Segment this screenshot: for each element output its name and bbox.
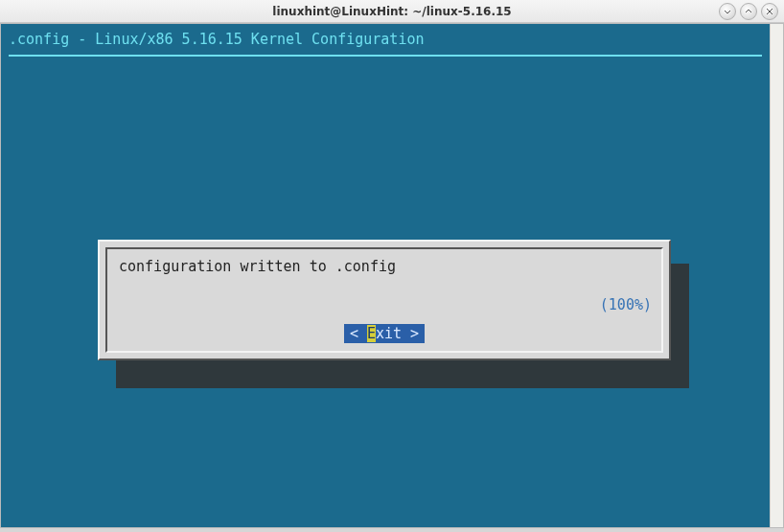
exit-button-rest: xit > — [376, 325, 419, 342]
window-titlebar: linuxhint@LinuxHint: ~/linux-5.16.15 — [0, 0, 784, 23]
config-header: .config - Linux/x86 5.16.15 Kernel Confi… — [1, 24, 770, 51]
terminal-scrollbar[interactable] — [770, 24, 783, 527]
dialog-inner: configuration written to .config (100%) … — [105, 247, 663, 353]
config-header-rule — [9, 55, 762, 57]
exit-button-prefix: < — [350, 325, 367, 342]
dialog-progress: (100%) — [107, 295, 661, 318]
minimize-button[interactable] — [719, 3, 736, 20]
config-dialog: configuration written to .config (100%) … — [98, 240, 671, 360]
window-title: linuxhint@LinuxHint: ~/linux-5.16.15 — [272, 5, 511, 18]
terminal-frame: .config - Linux/x86 5.16.15 Kernel Confi… — [0, 23, 784, 528]
maximize-button[interactable] — [740, 3, 757, 20]
close-button[interactable] — [761, 3, 778, 20]
dialog-button-row: < Exit > — [107, 318, 661, 351]
exit-button[interactable]: < Exit > — [344, 324, 425, 343]
window-controls — [719, 3, 778, 20]
exit-button-hotkey: E — [367, 325, 376, 342]
terminal-viewport: .config - Linux/x86 5.16.15 Kernel Confi… — [1, 24, 770, 527]
